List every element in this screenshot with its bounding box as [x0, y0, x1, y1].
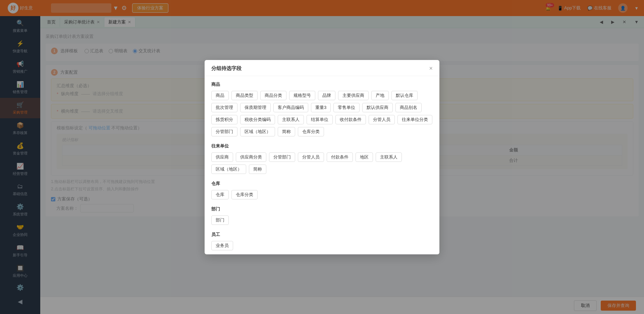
- field-tag-product-3[interactable]: 规格型号: [289, 91, 315, 100]
- field-tag-product-20[interactable]: 分管人员: [369, 115, 395, 124]
- field-tag-product-18[interactable]: 结算单位: [307, 115, 333, 124]
- field-tag-product-25[interactable]: 仓库分类: [298, 127, 324, 136]
- field-tag-product-15[interactable]: 拣货积分: [211, 115, 237, 124]
- field-tag-product-24[interactable]: 简称: [278, 127, 295, 136]
- field-tag-product-19[interactable]: 收付款条件: [335, 115, 366, 124]
- field-section-product: 商品商品商品类型商品分类规格型号品牌主要供应商产地默认仓库批次管理保质期管理客户…: [211, 81, 433, 136]
- field-tag-product-16[interactable]: 税收分类编码: [240, 115, 275, 124]
- field-section-title-product: 商品: [211, 81, 433, 87]
- field-tags-warehouse: 仓库仓库分类: [211, 190, 433, 199]
- field-section-warehouse: 仓库仓库仓库分类: [211, 181, 433, 199]
- field-tag-product-10[interactable]: 客户商品编码: [273, 103, 308, 112]
- modal-overlay: 分组待选字段 × 商品商品商品类型商品分类规格型号品牌主要供应商产地默认仓库批次…: [0, 0, 644, 314]
- field-tag-partner-7[interactable]: 区域（地区）: [211, 165, 246, 174]
- field-section-partner: 往来单位供应商供应商分类分管部门分管人员付款条件地区主联系人区域（地区）简称: [211, 143, 433, 174]
- field-section-title-warehouse: 仓库: [211, 181, 433, 187]
- field-tag-product-8[interactable]: 批次管理: [211, 103, 237, 112]
- field-section-employee: 员工业务员: [211, 232, 433, 250]
- modal-close-button[interactable]: ×: [429, 65, 433, 71]
- field-tag-product-23[interactable]: 区域（地区）: [240, 127, 275, 136]
- field-tag-product-17[interactable]: 主联系人: [278, 115, 304, 124]
- modal-body: 商品商品商品类型商品分类规格型号品牌主要供应商产地默认仓库批次管理保质期管理客户…: [205, 76, 439, 254]
- field-tag-department-0[interactable]: 部门: [211, 215, 229, 225]
- field-tag-product-0[interactable]: 商品: [211, 91, 229, 100]
- field-tag-partner-1[interactable]: 供应商分类: [236, 152, 266, 162]
- field-tag-product-7[interactable]: 默认仓库: [391, 91, 418, 100]
- field-tag-partner-8[interactable]: 简称: [249, 165, 266, 174]
- field-tag-product-22[interactable]: 分管部门: [211, 127, 237, 136]
- field-tag-partner-2[interactable]: 分管部门: [269, 152, 295, 162]
- field-tag-product-6[interactable]: 产地: [371, 91, 389, 100]
- field-tag-product-1[interactable]: 商品类型: [231, 91, 258, 100]
- field-tag-product-21[interactable]: 往来单位分类: [397, 115, 432, 124]
- field-tag-product-2[interactable]: 商品分类: [260, 91, 286, 100]
- field-tag-partner-5[interactable]: 地区: [356, 152, 373, 162]
- modal-title: 分组待选字段: [211, 65, 241, 72]
- field-tag-product-12[interactable]: 零售单位: [333, 103, 360, 112]
- field-tag-partner-0[interactable]: 供应商: [211, 152, 233, 162]
- modal-header: 分组待选字段 ×: [205, 60, 439, 76]
- field-tag-employee-0[interactable]: 业务员: [211, 241, 233, 250]
- field-tag-product-14[interactable]: 商品别名: [395, 103, 422, 112]
- field-tag-product-5[interactable]: 主要供应商: [338, 91, 369, 100]
- field-tag-partner-4[interactable]: 付款条件: [327, 152, 353, 162]
- modal: 分组待选字段 × 商品商品商品类型商品分类规格型号品牌主要供应商产地默认仓库批次…: [205, 60, 439, 254]
- field-tag-product-11[interactable]: 重量3: [311, 103, 331, 112]
- field-section-title-employee: 员工: [211, 232, 433, 238]
- field-tags-department: 部门: [211, 215, 433, 225]
- field-section-department: 部门部门: [211, 206, 433, 225]
- field-tags-employee: 业务员: [211, 241, 433, 250]
- field-tag-partner-6[interactable]: 主联系人: [376, 152, 402, 162]
- field-tag-product-4[interactable]: 品牌: [318, 91, 335, 100]
- field-tag-warehouse-0[interactable]: 仓库: [211, 190, 229, 199]
- field-tag-partner-3[interactable]: 分管人员: [298, 152, 324, 162]
- field-tags-product: 商品商品类型商品分类规格型号品牌主要供应商产地默认仓库批次管理保质期管理客户商品…: [211, 91, 433, 136]
- field-tag-warehouse-1[interactable]: 仓库分类: [231, 190, 258, 199]
- field-tag-product-13[interactable]: 默认供应商: [362, 103, 393, 112]
- field-section-title-partner: 往来单位: [211, 143, 433, 149]
- field-section-title-department: 部门: [211, 206, 433, 212]
- field-tags-partner: 供应商供应商分类分管部门分管人员付款条件地区主联系人区域（地区）简称: [211, 152, 433, 174]
- field-tag-product-9[interactable]: 保质期管理: [240, 103, 271, 112]
